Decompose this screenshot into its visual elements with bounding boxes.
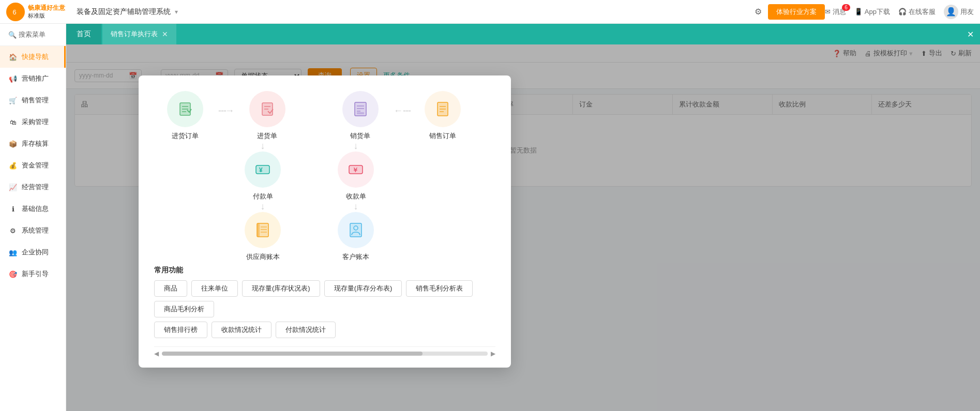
top-right: ✉ 消息 6 📱 App下载 🎧 在线客服 👤 用友 [825,5,974,19]
headset-icon: 🎧 [898,8,907,16]
sidebar-search: 🔍 搜索菜单 [0,24,66,46]
page-content: ❓ 帮助 🖨 按模板打印 ▾ ⬆ 导出 ↻ 刷新 [66,44,980,411]
settings-icon[interactable]: ⚙ [755,7,762,17]
scrollbar-track[interactable] [162,352,488,356]
search-menu-btn[interactable]: 🔍 搜索菜单 [4,28,62,41]
search-icon: 🔍 [8,31,17,39]
customer-ledger-icon [338,212,374,248]
func-btn-product[interactable]: 商品 [154,280,187,297]
svg-text:￥: ￥ [352,166,358,174]
func-btn-sales-gross[interactable]: 销售毛利分析表 [406,280,473,297]
receipt-bill-node[interactable]: ￥ 收款单 [325,151,387,201]
sidebar-item-basic[interactable]: ℹ 基础信息 [0,198,66,220]
sale-order-icon [425,91,461,127]
tab-bar: 首页 销售订单执行表 ✕ ✕ [66,24,980,44]
sidebar-nav: 🏠 快捷导航 📢 营销推广 🛒 销售管理 🛍 采购管理 📦 库存核 [0,46,66,411]
system-dropdown-icon[interactable]: ▾ [175,8,178,16]
flow-diagram: 进货订单 - - - → [154,91,495,262]
purchase-order-node[interactable]: 进货订单 [154,91,216,141]
app-container: 6 畅康通好生意 标准版 装备及固定资产辅助管理系统 ▾ ⚙ 体验行业方案 ✉ … [0,0,980,411]
app-download-btn[interactable]: 📱 App下载 [854,7,890,17]
customer-ledger-node[interactable]: 客户账本 [325,212,387,262]
cart-icon: 🛒 [8,96,18,105]
func-buttons: 商品 往来单位 现存量(库存状况表) 现存量(库存分布表) 销售毛利分析表 商品… [154,280,495,317]
sale-order-node[interactable]: 销售订单 [412,91,474,141]
payment-bill-node[interactable]: ¥ 付款单 [232,151,294,201]
home-icon: 🏠 [8,52,18,62]
sidebar-item-collab[interactable]: 👥 企业协同 [0,241,66,263]
sidebar-item-finance[interactable]: 💰 资金管理 [0,155,66,176]
modal-overlay: 进货订单 - - - → [66,44,980,411]
sidebar-item-guide[interactable]: 🎯 新手引导 [0,263,66,285]
sidebar: 🔍 搜索菜单 🏠 快捷导航 📢 营销推广 🛒 销售管理 🛍 [0,24,66,411]
bag-icon: 🛍 [8,117,18,127]
func-btn-payment-stats[interactable]: 付款情况统计 [276,322,336,338]
sidebar-item-purchase[interactable]: 🛍 采购管理 [0,111,66,133]
box-icon: 📦 [8,139,18,148]
chart-icon: 📈 [8,182,18,192]
online-service-btn[interactable]: 🎧 在线客服 [898,7,936,17]
svg-rect-30 [257,223,260,237]
svg-rect-22 [256,165,269,174]
flow-modal: 进货订单 - - - → [139,75,511,368]
tab-close-icon[interactable]: ✕ [162,30,168,38]
arrow-down-payment: ↓ [232,201,294,212]
user-menu-btn[interactable]: 👤 用友 [944,5,974,19]
purchase-bill-node[interactable]: 进货单 [236,91,298,141]
supplier-ledger-node[interactable]: 供应商账本 [232,212,294,262]
sidebar-item-system[interactable]: ⚙ 系统管理 [0,220,66,241]
func-btn-receipt-stats[interactable]: 收款情况统计 [212,322,272,338]
func-btn-sales-ranking[interactable]: 销售排行榜 [154,322,207,338]
common-funcs: 常用功能 商品 往来单位 现存量(库存状况表) 现存量(库存分布表) 销售毛利分… [154,266,495,338]
avatar: 👤 [944,5,958,19]
arrow-purchase-order-to-bill: - - - → [216,105,236,116]
tab-sales-order[interactable]: 销售订单执行表 ✕ [102,24,176,44]
func-btn-stock-status[interactable]: 现存量(库存状况表) [242,280,320,297]
purchase-bill-icon [249,91,285,127]
tab-bar-close-icon[interactable]: ✕ [967,29,974,39]
content-area: 首页 销售订单执行表 ✕ ✕ ❓ 帮助 🖨 [66,24,980,411]
gear-icon: ⚙ [8,226,18,235]
logo-area: 6 畅康通好生意 标准版 [6,3,72,21]
scrollbar-thumb [162,352,423,356]
sidebar-item-marketing[interactable]: 📢 营销推广 [0,68,66,89]
func-btn-product-gross[interactable]: 商品毛利分析 [154,301,214,317]
arrow-sale-order-to-bill: ← - - - [391,105,412,116]
main-area: 🔍 搜索菜单 🏠 快捷导航 📢 营销推广 🛒 销售管理 🛍 [0,24,980,411]
arrow-down-sale: ↓ [325,141,387,151]
func-btn-counterpart[interactable]: 往来单位 [191,280,238,297]
sale-bill-icon [342,91,379,127]
top-bar: 6 畅康通好生意 标准版 装备及固定资产辅助管理系统 ▾ ⚙ 体验行业方案 ✉ … [0,0,980,24]
payment-bill-icon: ¥ [245,151,281,188]
arrow-down-receipt: ↓ [325,201,387,212]
logo-icon: 6 [6,3,25,21]
sidebar-item-inventory[interactable]: 📦 库存核算 [0,133,66,155]
tab-home[interactable]: 首页 [66,24,101,44]
system-title: 装备及固定资产辅助管理系统 ▾ [72,7,748,17]
arrow-down-purchase: ↓ [232,141,294,151]
func-buttons-row2: 销售排行榜 收款情况统计 付款情况统计 [154,322,495,338]
supplier-ledger-icon [245,212,281,248]
func-btn-stock-dist[interactable]: 现存量(库存分布表) [324,280,402,297]
common-funcs-title: 常用功能 [154,266,495,275]
wallet-icon: 💰 [8,161,18,170]
svg-text:¥: ¥ [259,166,263,174]
guide-icon: 🎯 [8,269,18,279]
svg-rect-16 [357,112,364,114]
message-btn[interactable]: ✉ 消息 6 [825,7,846,17]
speaker-icon: 📢 [8,74,18,83]
sidebar-item-sales[interactable]: 🛒 销售管理 [0,89,66,111]
team-icon: 👥 [8,248,18,257]
sidebar-item-operation[interactable]: 📈 经营管理 [0,176,66,198]
sale-bill-node[interactable]: 销货单 [329,91,391,141]
sidebar-item-quick-nav[interactable]: 🏠 快捷导航 [0,46,66,68]
scroll-right-icon[interactable]: ▶ [491,350,495,357]
logo-text: 畅康通好生意 标准版 [28,4,65,20]
experience-btn[interactable]: 体验行业方案 [768,4,825,20]
scroll-left-icon[interactable]: ◀ [154,350,159,357]
purchase-order-icon [167,91,203,127]
message-icon: ✉ [825,8,831,16]
receipt-bill-icon: ￥ [338,151,374,188]
info-icon: ℹ [8,204,18,214]
svg-text:6: 6 [13,8,17,16]
